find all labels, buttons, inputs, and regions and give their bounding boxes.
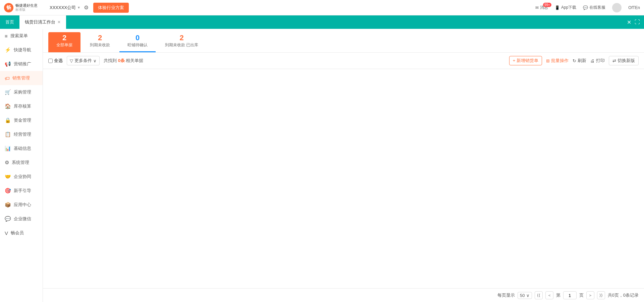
company-selector[interactable]: XXXXXX公司 ▼ (50, 5, 80, 11)
stats-tab-all[interactable]: 2 全部单据 (48, 32, 80, 52)
stats-tab-all-num: 2 (62, 34, 66, 42)
sidebar-item-guide[interactable]: 🎯 新手引导 (0, 184, 43, 198)
first-page-button[interactable]: ⟨⟨ (535, 291, 543, 299)
refresh-button[interactable]: ↻ 刷新 (573, 58, 586, 64)
company-dropdown-arrow: ▼ (77, 6, 80, 9)
stats-tab-shipped-num: 2 (180, 34, 184, 42)
message-button[interactable]: ✉ 消息 99+ (535, 5, 548, 10)
quick-nav-icon: ⚡ (5, 47, 11, 53)
app-download-button[interactable]: 📱 App下载 (555, 5, 576, 10)
last-page-button[interactable]: ⟩⟩ (597, 291, 605, 299)
company-name: XXXXXX公司 (50, 5, 76, 11)
system-icon: ⚙ (5, 160, 9, 166)
select-all-area[interactable]: 全选 (48, 58, 63, 64)
app-download-icon: 📱 (555, 5, 560, 10)
page-suffix: 页 (579, 292, 584, 298)
stats-tab-overdue[interactable]: 2 到期未收款 (82, 32, 118, 52)
sidebar-item-operations[interactable]: 📋 经营管理 (0, 127, 43, 141)
next-page-button[interactable]: ＞ (586, 291, 594, 299)
search-icon: ≡ (5, 33, 8, 39)
stats-tab-shipped-label: 到期未收款 已出库 (165, 42, 198, 48)
sidebar-item-marketing[interactable]: 📢 营销推广 (0, 57, 43, 71)
stats-tab-overdue-num: 2 (98, 34, 102, 42)
found-text: 共找到 0条 相关单据 (104, 58, 143, 64)
marketing-icon: 📢 (5, 61, 11, 67)
page-label: 第 (556, 292, 560, 298)
toolbar-right: + 新增销货单 ⊞ 批量操作 ↻ 刷新 🖨 打印 ⇄ 切换新版 (509, 56, 639, 65)
header-right: ✉ 消息 99+ 📱 App下载 💬 在线客服 OfTEn (535, 3, 640, 12)
stats-tabs: 2 全部单据 2 到期未收款 0 旺铺待确认 2 到期未收款 已出库 (43, 29, 644, 53)
logo-text: 畅捷通好生意 标准版 (15, 3, 38, 12)
settings-icon[interactable]: ⚙ (84, 4, 89, 11)
select-all-label: 全选 (54, 58, 63, 64)
page-input[interactable] (563, 291, 577, 299)
new-sales-order-button[interactable]: + 新增销货单 (509, 56, 542, 65)
sidebar-item-sales[interactable]: 🏷 销售管理 (0, 71, 43, 85)
content-area: 2 全部单据 2 到期未收款 0 旺铺待确认 2 到期未收款 已出库 全选 (43, 29, 644, 302)
batch-icon: ⊞ (546, 58, 550, 63)
avatar[interactable] (612, 3, 622, 12)
prev-page-button[interactable]: ＜ (545, 291, 553, 299)
sales-icon: 🏷 (5, 75, 10, 81)
stats-tab-pending-num: 0 (136, 34, 140, 42)
guide-icon: 🎯 (5, 188, 11, 194)
tab-minimize-icon[interactable]: ✕ (627, 19, 631, 25)
sidebar-item-enterprise[interactable]: 🤝 企业协同 (0, 170, 43, 184)
batch-operation-button[interactable]: ⊞ 批量操作 (546, 58, 569, 64)
stats-tab-pending[interactable]: 0 旺铺待确认 (119, 32, 156, 52)
print-button[interactable]: 🖨 打印 (590, 58, 605, 64)
per-page-select[interactable]: 50 ∨ (518, 292, 532, 299)
per-page-dropdown-icon: ∨ (526, 293, 530, 298)
sidebar-item-quick-nav[interactable]: ⚡ 快捷导航 (0, 43, 43, 57)
total-label: 共0页，0条记录 (608, 292, 639, 298)
service-icon: 💬 (583, 5, 588, 10)
sidebar-item-purchase[interactable]: 🛒 采购管理 (0, 85, 43, 99)
trial-button[interactable]: 体验行业方案 (93, 3, 129, 13)
filter-dropdown-icon: ∨ (93, 58, 97, 63)
user-name[interactable]: OfTEn (628, 5, 640, 10)
online-service-button[interactable]: 💬 在线客服 (583, 5, 605, 10)
logo-area: 畅 畅捷通好生意 标准版 (4, 3, 47, 12)
sidebar-item-member[interactable]: V 畅会员 (0, 226, 43, 240)
sidebar-item-system[interactable]: ⚙ 系统管理 (0, 156, 43, 170)
wechat-icon: 💬 (5, 216, 11, 222)
pagination-bar: 每页显示 50 ∨ ⟨⟨ ＜ 第 页 ＞ ⟩⟩ 共0页，0条记录 (43, 288, 644, 302)
purchase-icon: 🛒 (5, 89, 11, 95)
sidebar: ≡ 搜索菜单 ⚡ 快捷导航 📢 营销推广 🏷 销售管理 🛒 采购管理 🏠 库存核… (0, 29, 43, 302)
sidebar-item-inventory[interactable]: 🏠 库存核算 (0, 99, 43, 113)
tab-bar-right: ✕ ⛶ (627, 19, 644, 25)
finance-icon: 🔒 (5, 117, 11, 123)
refresh-icon: ↻ (573, 58, 576, 63)
message-icon: ✉ (535, 5, 539, 10)
filter-button[interactable]: ▽ 更多条件 ∨ (67, 56, 100, 65)
print-icon: 🖨 (590, 58, 595, 63)
switch-version-button[interactable]: ⇄ 切换新版 (609, 56, 639, 65)
tab-bar: 首页 钱货日清工作台 ✕ ✕ ⛶ (0, 15, 644, 29)
stats-tab-shipped[interactable]: 2 到期未收款 已出库 (157, 32, 206, 52)
sidebar-item-wechat[interactable]: 💬 企业微信 (0, 212, 43, 226)
sidebar-item-finance[interactable]: 🔒 资金管理 (0, 113, 43, 127)
sidebar-item-app-center[interactable]: 📦 应用中心 (0, 198, 43, 212)
sidebar-item-basic-info[interactable]: 📊 基础信息 (0, 141, 43, 156)
message-badge: 99+ (543, 3, 551, 7)
tab-close-icon[interactable]: ✕ (57, 20, 61, 24)
logo-icon: 畅 (4, 3, 13, 12)
member-icon: V (5, 230, 8, 236)
enterprise-icon: 🤝 (5, 174, 11, 180)
tab-home[interactable]: 首页 (0, 15, 19, 29)
switch-icon: ⇄ (612, 58, 616, 63)
tab-maximize-icon[interactable]: ⛶ (635, 19, 640, 25)
sidebar-item-search[interactable]: ≡ 搜索菜单 (0, 29, 43, 43)
operations-icon: 📋 (5, 131, 11, 137)
inventory-icon: 🏠 (5, 103, 11, 109)
basic-info-icon: 📊 (5, 145, 11, 152)
app-center-icon: 📦 (5, 202, 11, 208)
stats-tab-overdue-label: 到期未收款 (90, 42, 110, 48)
main-layout: ≡ 搜索菜单 ⚡ 快捷导航 📢 营销推广 🏷 销售管理 🛒 采购管理 🏠 库存核… (0, 29, 644, 302)
toolbar: 全选 ▽ 更多条件 ∨ 共找到 0条 相关单据 + 新增销货单 ⊞ 批量操作 ↻ (43, 53, 644, 69)
table-area (43, 69, 644, 288)
select-all-checkbox[interactable] (48, 59, 53, 63)
found-count: 0条 (118, 58, 125, 63)
filter-icon: ▽ (70, 58, 73, 63)
tab-workspace[interactable]: 钱货日清工作台 ✕ (19, 15, 66, 29)
